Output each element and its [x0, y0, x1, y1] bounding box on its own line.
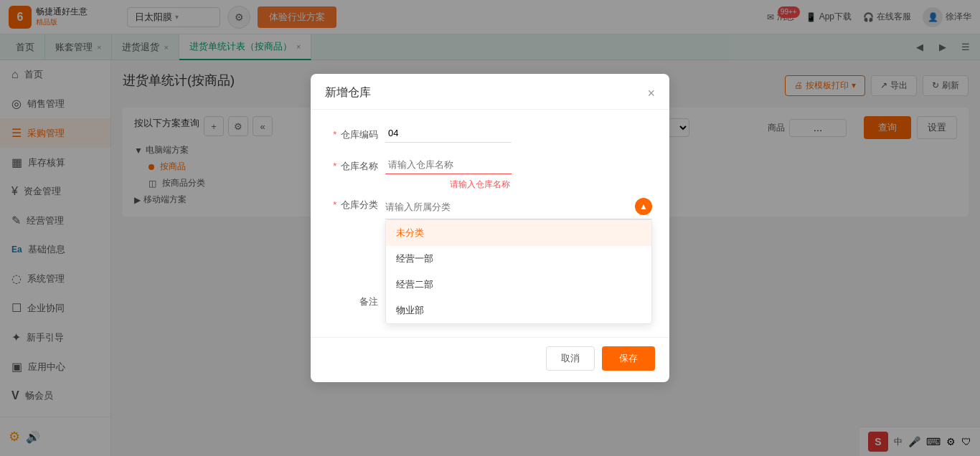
- modal-body: * 仓库编码 * 仓库名称 请输入仓库名称: [311, 110, 669, 337]
- modal-footer: 取消 保存: [311, 337, 669, 382]
- category-option-dept1[interactable]: 经营一部: [386, 246, 651, 272]
- name-error-msg: 请输入仓库名称: [450, 179, 510, 191]
- category-field: ▲: [385, 194, 652, 219]
- code-input-wrapper: [385, 124, 652, 143]
- modal-header: 新增仓库 ×: [311, 74, 669, 110]
- name-label: * 仓库名称: [328, 156, 385, 173]
- add-warehouse-modal: 新增仓库 × * 仓库编码 * 仓库名称: [311, 74, 669, 382]
- modal-overlay: 新增仓库 × * 仓库编码 * 仓库名称: [0, 0, 980, 456]
- category-input[interactable]: [385, 201, 635, 212]
- name-input-wrapper: 请输入仓库名称: [385, 156, 652, 174]
- form-row-category: * 仓库分类 ▲ 未分类 经营一部 经营二部 物业部: [328, 194, 652, 219]
- name-input[interactable]: [385, 156, 512, 174]
- category-dropdown-list: 未分类 经营一部 经营二部 物业部: [385, 219, 652, 324]
- save-button[interactable]: 保存: [602, 346, 655, 371]
- category-label: * 仓库分类: [328, 194, 385, 212]
- category-option-property[interactable]: 物业部: [386, 298, 651, 323]
- form-row-name: * 仓库名称 请输入仓库名称: [328, 156, 652, 174]
- cancel-button[interactable]: 取消: [546, 346, 595, 371]
- modal-title: 新增仓库: [325, 85, 371, 100]
- category-option-dept2[interactable]: 经营二部: [386, 272, 651, 298]
- code-label: * 仓库编码: [328, 124, 385, 141]
- code-input[interactable]: [385, 124, 512, 143]
- modal-close-button[interactable]: ×: [647, 87, 655, 100]
- category-dropdown-toggle[interactable]: ▲: [635, 198, 652, 215]
- category-option-unclassified[interactable]: 未分类: [386, 220, 651, 246]
- note-label: 备注: [328, 291, 385, 308]
- form-row-code: * 仓库编码: [328, 124, 652, 143]
